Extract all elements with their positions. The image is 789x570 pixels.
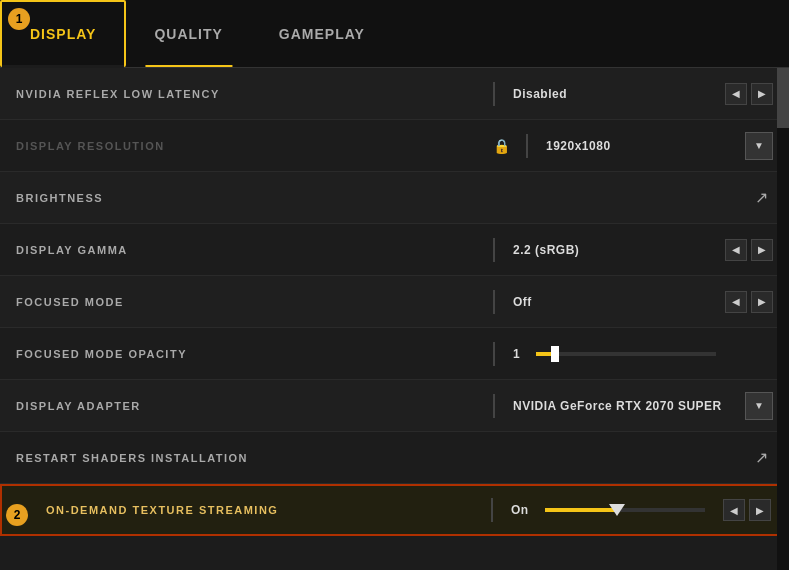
- separator: [493, 394, 495, 418]
- setting-label-display-adapter: DISPLAY ADAPTER: [16, 400, 493, 412]
- separator: [491, 498, 493, 522]
- badge-2: 2: [6, 504, 28, 526]
- opacity-slider-container: [536, 352, 716, 356]
- opacity-slider-track[interactable]: [536, 352, 716, 356]
- setting-row-brightness: BRIGHTNESS ↗: [0, 172, 789, 224]
- setting-row-texture-streaming: 2 ON-DEMAND TEXTURE STREAMING On ◀ ▶: [0, 484, 789, 536]
- setting-value-display-adapter: NVIDIA GeForce RTX 2070 SUPER ▼: [493, 392, 773, 420]
- setting-row-display-resolution: DISPLAY RESOLUTION 🔒 1920x1080 ▼: [0, 120, 789, 172]
- nvidia-reflex-prev[interactable]: ◀: [725, 83, 747, 105]
- tab-display[interactable]: Display: [0, 0, 126, 67]
- tab-quality[interactable]: Quality: [126, 0, 250, 67]
- scrollbar-thumb[interactable]: [777, 68, 789, 128]
- setting-row-display-gamma: DISPLAY GAMMA 2.2 (sRGB) ◀ ▶: [0, 224, 789, 276]
- adapter-dropdown[interactable]: ▼: [745, 392, 773, 420]
- setting-label-nvidia-reflex: NVIDIA REFLEX LOW LATENCY: [16, 88, 493, 100]
- tab-gameplay[interactable]: Gameplay: [251, 0, 393, 67]
- setting-row-focused-mode: FOCUSED MODE Off ◀ ▶: [0, 276, 789, 328]
- setting-row-restart-shaders: RESTART SHADERS INSTALLATION ↗: [0, 432, 789, 484]
- tab-bar: 1 Display Quality Gameplay: [0, 0, 789, 68]
- focused-mode-value: Off: [513, 295, 532, 309]
- resolution-value: 1920x1080: [546, 139, 611, 153]
- stream-slider-track[interactable]: [545, 508, 705, 512]
- focused-mode-prev[interactable]: ◀: [725, 291, 747, 313]
- separator: [493, 290, 495, 314]
- lock-icon: 🔒: [493, 138, 510, 154]
- tab-gameplay-label: Gameplay: [279, 26, 365, 42]
- gamma-next[interactable]: ▶: [751, 239, 773, 261]
- restart-shaders-external-icon[interactable]: ↗: [749, 446, 773, 470]
- scrollbar-track: [777, 68, 789, 570]
- stream-slider-thumb[interactable]: [609, 504, 625, 516]
- setting-value-focused-mode-opacity: 1: [493, 342, 773, 366]
- setting-label-texture-streaming: ON-DEMAND TEXTURE STREAMING: [46, 504, 491, 516]
- stream-slider-fill: [545, 508, 617, 512]
- adapter-value: NVIDIA GeForce RTX 2070 SUPER: [513, 399, 722, 413]
- tab-display-label: Display: [30, 26, 96, 42]
- setting-row-nvidia-reflex: NVIDIA REFLEX LOW LATENCY Disabled ◀ ▶: [0, 68, 789, 120]
- streaming-prev[interactable]: ◀: [723, 499, 745, 521]
- nvidia-reflex-next[interactable]: ▶: [751, 83, 773, 105]
- separator: [526, 134, 528, 158]
- settings-list: NVIDIA REFLEX LOW LATENCY Disabled ◀ ▶ D…: [0, 68, 789, 536]
- setting-value-display-resolution: 🔒 1920x1080 ▼: [493, 132, 773, 160]
- setting-label-focused-mode: FOCUSED MODE: [16, 296, 493, 308]
- separator: [493, 342, 495, 366]
- focused-mode-next[interactable]: ▶: [751, 291, 773, 313]
- opacity-slider-thumb[interactable]: [551, 346, 559, 362]
- setting-value-nvidia-reflex: Disabled ◀ ▶: [493, 82, 773, 106]
- gamma-value: 2.2 (sRGB): [513, 243, 579, 257]
- tab-quality-label: Quality: [154, 26, 222, 42]
- setting-label-restart-shaders: RESTART SHADERS INSTALLATION: [16, 452, 749, 464]
- setting-row-focused-mode-opacity: FOCUSED MODE OPACITY 1: [0, 328, 789, 380]
- setting-label-brightness: BRIGHTNESS: [16, 192, 749, 204]
- brightness-external-icon[interactable]: ↗: [749, 186, 773, 210]
- setting-value-texture-streaming: On ◀ ▶: [491, 498, 771, 522]
- setting-value-restart-shaders: ↗: [749, 446, 773, 470]
- streaming-value: On: [511, 503, 529, 517]
- setting-label-display-gamma: DISPLAY GAMMA: [16, 244, 493, 256]
- setting-label-display-resolution: DISPLAY RESOLUTION: [16, 140, 493, 152]
- separator: [493, 238, 495, 262]
- settings-container: 1 Display Quality Gameplay NVIDIA REFLEX…: [0, 0, 789, 570]
- setting-value-display-gamma: 2.2 (sRGB) ◀ ▶: [493, 238, 773, 262]
- setting-value-focused-mode: Off ◀ ▶: [493, 290, 773, 314]
- gamma-prev[interactable]: ◀: [725, 239, 747, 261]
- opacity-value: 1: [513, 347, 520, 361]
- nvidia-reflex-value: Disabled: [513, 87, 567, 101]
- resolution-dropdown[interactable]: ▼: [745, 132, 773, 160]
- streaming-next[interactable]: ▶: [749, 499, 771, 521]
- setting-row-display-adapter: DISPLAY ADAPTER NVIDIA GeForce RTX 2070 …: [0, 380, 789, 432]
- separator: [493, 82, 495, 106]
- setting-label-focused-mode-opacity: FOCUSED MODE OPACITY: [16, 348, 493, 360]
- setting-value-brightness: ↗: [749, 186, 773, 210]
